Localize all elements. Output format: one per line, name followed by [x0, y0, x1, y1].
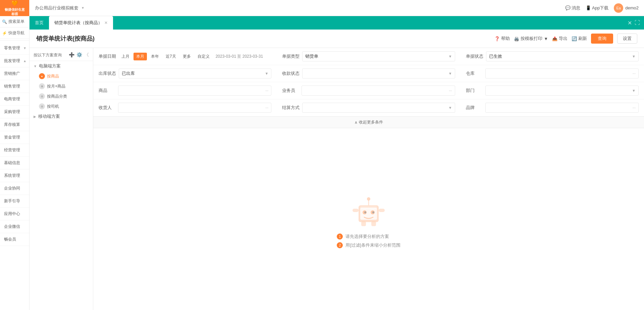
- pc-expand-icon: ▼: [34, 64, 37, 68]
- app-download-button[interactable]: 📱 App下载: [586, 5, 608, 11]
- scheme-by-scanner[interactable]: ⊟ 按司机: [35, 101, 93, 111]
- by-scanner-icon: ⊟: [39, 103, 45, 109]
- sales-label: 销售管理: [4, 84, 20, 89]
- tab-sales-stat[interactable]: 销货单统计表（按商品） ✕: [49, 16, 113, 30]
- sidebar-item-wechat[interactable]: 企业微信: [0, 220, 29, 233]
- search-menu-button[interactable]: 🔍 帮助 搜索菜单: [0, 16, 29, 28]
- warehouse-input[interactable]: ···: [485, 68, 639, 79]
- sidebar-item-operations[interactable]: 经营管理: [0, 144, 29, 157]
- print-button[interactable]: 🖨️ 按模板打印 ▼: [514, 36, 548, 42]
- print-dropdown-icon[interactable]: ▼: [544, 36, 548, 41]
- date-tab-this-year[interactable]: 本年: [148, 53, 162, 60]
- quick-nav-icon: ⚡: [2, 31, 7, 36]
- help-label: 帮助: [501, 36, 510, 42]
- date-tab-this-month[interactable]: 本月: [133, 53, 147, 60]
- quick-nav-button[interactable]: ⚡ 快捷导航: [0, 28, 29, 39]
- sidebar-item-inventory[interactable]: 库存核算: [0, 118, 29, 131]
- settle-input[interactable]: ▼: [302, 103, 455, 113]
- sidebar-item-member[interactable]: 畅会员: [0, 233, 29, 246]
- refresh-label: 刷新: [578, 36, 587, 42]
- help-button[interactable]: ❓ 帮助: [494, 36, 510, 42]
- tip-text-1: 请先选择要分析的方案: [345, 234, 389, 240]
- export-button[interactable]: 📤 导出: [552, 36, 568, 42]
- salesperson-input[interactable]: ···: [302, 86, 455, 96]
- filter-row-1: 单据日期 上月 本月 本年 近7天 更多 自定义 2023-03-01 至 20…: [93, 48, 644, 65]
- doc-type-input[interactable]: 销货单 ▼: [302, 51, 455, 61]
- wholesale-arrow-icon: ▲: [23, 59, 26, 63]
- empty-tips: 1 请先选择要分析的方案 2 用[过滤]条件来缩小分析范围: [337, 234, 400, 248]
- collect-status-input[interactable]: ▼: [302, 68, 455, 79]
- collapse-bar[interactable]: ∧ 收起更多条件: [93, 116, 644, 128]
- dept-input[interactable]: ▼: [485, 86, 639, 96]
- sidebar-item-newbie[interactable]: 新手引导: [0, 195, 29, 208]
- sidebar-item-enterprise[interactable]: 企业协同: [0, 182, 29, 195]
- user-avatar: Ea: [614, 3, 623, 13]
- date-tab-last-month[interactable]: 上月: [119, 53, 132, 60]
- tab-close-icon[interactable]: ✕: [104, 20, 108, 25]
- svg-point-4: [364, 211, 366, 213]
- sidebar-item-system[interactable]: 系统管理: [0, 169, 29, 182]
- inventory-label: 库存核算: [4, 122, 20, 127]
- dept-filter-cell: 部门 ▼: [461, 82, 644, 99]
- logo-text-line2: 标搭: [11, 12, 18, 16]
- tab-expand-icon[interactable]: ⛶: [635, 20, 640, 26]
- scheme-by-product-cat[interactable]: ⊟ 按商品分类: [35, 91, 93, 101]
- sales-stat-tab-label: 销货单统计表（按商品）: [54, 20, 102, 26]
- out-status-input[interactable]: 已出库 ▼: [119, 68, 271, 79]
- tip-num-1: 1: [337, 234, 343, 240]
- collapse-panel-icon[interactable]: 《: [84, 52, 89, 58]
- receiver-input[interactable]: ···: [118, 103, 271, 113]
- sidebar-item-sales[interactable]: 销售管理: [0, 80, 29, 93]
- doc-status-input[interactable]: 已生效 ▼: [486, 51, 639, 61]
- add-scheme-icon[interactable]: ➕: [69, 52, 74, 58]
- brand-input[interactable]: ···: [485, 103, 639, 113]
- collapse-label: 收起更多条件: [359, 119, 383, 125]
- page-header: 销货单统计表(按商品) ❓ 帮助 🖨️ 按模板打印 ▼ 📤 导出 🔄 刷新 查询…: [30, 30, 644, 48]
- user-menu[interactable]: Ea demo2: [614, 3, 639, 13]
- tab-close-all-icon[interactable]: ✕: [628, 20, 632, 26]
- sidebar-item-marketing[interactable]: 营销推广: [0, 67, 29, 80]
- svg-rect-1: [360, 208, 377, 220]
- sidebar-item-purchase[interactable]: 采购管理: [0, 106, 29, 118]
- workspace-dropdown-icon[interactable]: ▼: [81, 6, 85, 10]
- sidebar-item-retail[interactable]: 零售管理 ▼: [0, 42, 29, 55]
- scheme-by-month-product[interactable]: ⊞ 按月+商品: [35, 81, 93, 91]
- sidebar-item-appcenter[interactable]: 应用中心: [0, 208, 29, 220]
- topbar-right: 💬 消息 📱 App下载 Ea demo2: [565, 3, 639, 13]
- scheme-by-product[interactable]: ● 按商品: [35, 71, 93, 81]
- warehouse-label: 仓库: [466, 70, 483, 76]
- filter-row-4: 收货人 ··· 结算方式 ▼ 品牌: [93, 99, 644, 116]
- settings-scheme-icon[interactable]: ⚙️: [76, 52, 82, 58]
- date-tab-more[interactable]: 更多: [180, 53, 194, 60]
- collect-status-label: 收款状态: [282, 70, 300, 76]
- tree-node-pc[interactable]: ▼ 电脑端方案: [30, 61, 93, 71]
- purchase-label: 采购管理: [4, 109, 20, 115]
- operations-label: 经营管理: [4, 147, 20, 153]
- sidebar-item-basic[interactable]: 基础信息: [0, 157, 29, 169]
- receiver-filter-cell: 收货人 ···: [93, 99, 277, 116]
- workspace-name: 办公用品行业模拟账套: [35, 5, 78, 11]
- sidebar-item-wholesale[interactable]: 批发管理 ▲: [0, 55, 29, 67]
- refresh-button[interactable]: 🔄 刷新: [572, 36, 587, 42]
- sidebar-item-finance[interactable]: 资金管理: [0, 131, 29, 144]
- out-status-label: 出库状态: [99, 70, 116, 76]
- date-tab-custom[interactable]: 自定义: [195, 53, 212, 60]
- goods-input[interactable]: ···: [118, 86, 271, 96]
- export-icon: 📤: [552, 36, 557, 41]
- by-product-label: 按商品: [47, 73, 59, 79]
- collect-status-dropdown-icon: ▼: [448, 71, 452, 75]
- basic-label: 基础信息: [4, 160, 20, 166]
- sidebar-item-ecommerce[interactable]: 电商管理: [0, 93, 29, 106]
- doc-status-label: 单据状态: [466, 53, 483, 59]
- tip-item-2: 2 用[过滤]条件来缩小分析范围: [337, 242, 400, 248]
- page-actions: ❓ 帮助 🖨️ 按模板打印 ▼ 📤 导出 🔄 刷新 查询 设置: [494, 34, 637, 44]
- tip-item-1: 1 请先选择要分析的方案: [337, 234, 400, 240]
- setting-button[interactable]: 设置: [617, 34, 637, 44]
- tab-home[interactable]: 首页: [30, 16, 49, 30]
- svg-point-5: [372, 211, 374, 213]
- doc-status-dropdown-icon: ▼: [632, 54, 636, 58]
- query-button[interactable]: 查询: [591, 34, 613, 44]
- messages-button[interactable]: 💬 消息: [565, 5, 581, 11]
- date-tab-7days[interactable]: 近7天: [163, 53, 179, 60]
- tree-node-mobile[interactable]: ▶ 移动端方案: [30, 111, 93, 121]
